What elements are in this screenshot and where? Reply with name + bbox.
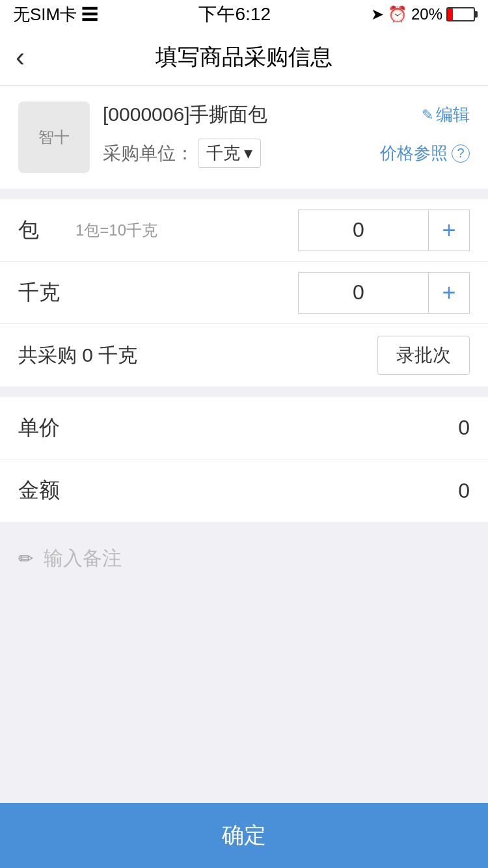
note-placeholder: 输入备注 — [44, 545, 122, 572]
nav-bar: ‹ 填写商品采购信息 — [0, 29, 488, 86]
main-content-area — [0, 590, 488, 811]
product-logo: 智十 — [38, 127, 70, 148]
quantity-input-kg[interactable] — [298, 272, 428, 314]
quantity-section: 包 1包=10千克 + 千克 + — [0, 199, 488, 324]
unit-price-label: 单价 — [18, 414, 60, 442]
status-right: ➤ ⏰ 20% — [371, 5, 475, 23]
quantity-row-kg: 千克 + — [0, 262, 488, 324]
quantity-row-bao: 包 1包=10千克 + — [0, 199, 488, 262]
quantity-input-group-kg: + — [298, 272, 470, 314]
page-title: 填写商品采购信息 — [156, 42, 332, 72]
location-icon: ➤ — [371, 5, 384, 23]
batch-button[interactable]: 录批次 — [377, 336, 470, 375]
quantity-input-group-bao: + — [298, 210, 470, 251]
back-button[interactable]: ‹ — [16, 42, 25, 73]
total-label: 共采购 0 千克 — [18, 342, 137, 369]
confirm-button[interactable]: 确定 — [0, 803, 488, 868]
quantity-label-bao: 包 — [18, 216, 70, 245]
unit-row: 采购单位： 千克 ▾ 价格参照 ? — [103, 139, 470, 168]
product-image: 智十 — [18, 102, 90, 173]
price-row-unit: 单价 0 — [0, 397, 488, 459]
amount-label: 金额 — [18, 476, 60, 505]
product-name-row: [0000006]手撕面包 ✎ 编辑 — [103, 102, 470, 128]
sim-label: 无SIM卡 ☰ — [13, 3, 98, 26]
product-name: [0000006]手撕面包 — [103, 102, 267, 128]
separator-2 — [0, 392, 488, 397]
total-section: 共采购 0 千克 录批次 — [0, 324, 488, 392]
amount-value: 0 — [458, 479, 470, 503]
edit-button[interactable]: ✎ 编辑 — [422, 103, 470, 126]
price-ref-button[interactable]: 价格参照 ? — [380, 142, 470, 165]
unit-select[interactable]: 千克 ▾ — [198, 139, 261, 168]
battery-percent: 20% — [411, 5, 442, 23]
dropdown-icon: ▾ — [244, 143, 252, 163]
total-row: 共采购 0 千克 录批次 — [0, 324, 488, 387]
help-icon: ? — [452, 144, 470, 163]
quantity-label-kg: 千克 — [18, 278, 70, 307]
unit-value: 千克 — [206, 142, 240, 165]
price-ref-label: 价格参照 — [380, 142, 448, 165]
status-bar: 无SIM卡 ☰ 下午6:12 ➤ ⏰ 20% — [0, 0, 488, 29]
quantity-input-bao[interactable] — [298, 210, 428, 251]
edit-icon: ✎ — [422, 107, 433, 124]
status-left: 无SIM卡 ☰ — [13, 3, 98, 26]
unit-price-value: 0 — [458, 416, 470, 440]
battery-icon — [446, 7, 475, 21]
note-section[interactable]: ✏ 输入备注 — [0, 527, 488, 590]
pencil-icon: ✏ — [18, 548, 33, 569]
quantity-sublabel-bao: 1包=10千克 — [75, 220, 298, 241]
price-section: 单价 0 金额 0 — [0, 397, 488, 527]
product-info: [0000006]手撕面包 ✎ 编辑 采购单位： 千克 ▾ 价格参照 ? — [103, 102, 470, 168]
quantity-plus-bao[interactable]: + — [428, 210, 470, 251]
quantity-plus-kg[interactable]: + — [428, 272, 470, 314]
edit-label: 编辑 — [436, 103, 470, 126]
separator-1 — [0, 194, 488, 199]
status-time: 下午6:12 — [198, 2, 271, 27]
price-row-amount: 金额 0 — [0, 459, 488, 522]
alarm-icon: ⏰ — [388, 5, 407, 23]
product-card: 智十 [0000006]手撕面包 ✎ 编辑 采购单位： 千克 ▾ 价格参照 ? — [0, 86, 488, 194]
confirm-label: 确定 — [222, 821, 266, 850]
unit-label: 采购单位： — [103, 141, 194, 166]
